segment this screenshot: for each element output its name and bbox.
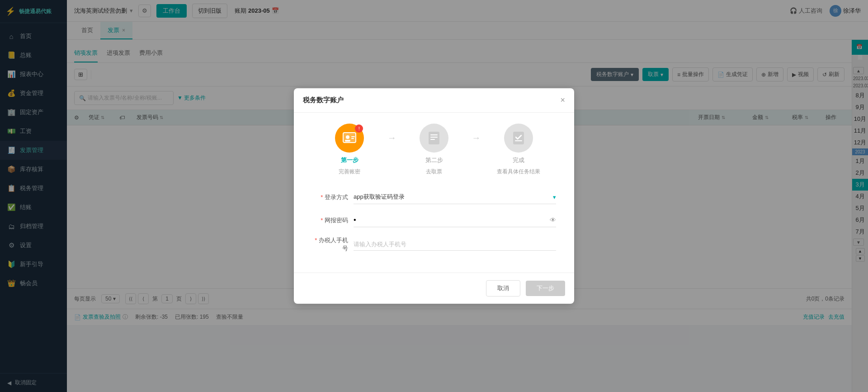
tax-digital-modal: 税务数字账户 × ! bbox=[294, 88, 574, 304]
password-input[interactable] bbox=[354, 213, 550, 227]
login-method-label: * 登录方式 bbox=[312, 193, 348, 201]
modal-header: 税务数字账户 × bbox=[294, 88, 574, 113]
svg-rect-11 bbox=[515, 140, 522, 141]
step-2-icon bbox=[420, 124, 448, 153]
cancel-button[interactable]: 取消 bbox=[486, 280, 520, 296]
step-3-icon bbox=[504, 124, 533, 153]
next-button[interactable]: 下一步 bbox=[526, 281, 565, 296]
steps: ! 第一步 完善账密 → bbox=[312, 124, 556, 176]
modal-overlay: 税务数字账户 × ! bbox=[0, 0, 868, 392]
svg-rect-9 bbox=[430, 139, 435, 140]
login-method-control: app获取验证码登录 ▾ bbox=[354, 190, 556, 204]
phone-input[interactable] bbox=[354, 238, 556, 251]
step-1-label: 第一步 bbox=[341, 156, 359, 164]
required-star: * bbox=[321, 194, 323, 201]
login-method-value: app获取验证码登录 bbox=[354, 193, 405, 201]
step-3-label: 完成 bbox=[513, 156, 524, 164]
form-row-login-method: * 登录方式 app获取验证码登录 ▾ bbox=[312, 190, 556, 204]
required-star-2: * bbox=[321, 217, 323, 224]
form-row-password: * 网报密码 👁 bbox=[312, 213, 556, 227]
svg-rect-5 bbox=[351, 138, 354, 139]
login-method-select[interactable]: app获取验证码登录 ▾ bbox=[354, 190, 556, 204]
modal-footer: 取消 下一步 bbox=[294, 272, 574, 304]
modal-close-button[interactable]: × bbox=[560, 96, 565, 105]
eye-toggle-icon[interactable]: 👁 bbox=[550, 216, 556, 224]
required-star-3: * bbox=[315, 237, 317, 244]
svg-rect-3 bbox=[345, 140, 350, 142]
svg-rect-6 bbox=[429, 132, 439, 144]
form-row-phone: * 办税人手机号 bbox=[312, 236, 556, 253]
svg-rect-4 bbox=[351, 136, 355, 137]
modal-title: 税务数字账户 bbox=[303, 96, 344, 105]
step-1-icon: ! bbox=[335, 124, 364, 153]
select-dropdown-icon: ▾ bbox=[553, 194, 556, 201]
password-input-wrapper: 👁 bbox=[354, 213, 556, 227]
step-1-error-badge: ! bbox=[355, 124, 363, 133]
password-label: * 网报密码 bbox=[312, 216, 348, 225]
step-1-desc: 完善账密 bbox=[339, 168, 360, 176]
arrow-1: → bbox=[387, 124, 396, 143]
phone-control bbox=[354, 238, 556, 251]
svg-rect-8 bbox=[430, 137, 438, 138]
step-1: ! 第一步 完善账密 bbox=[312, 124, 387, 176]
step-3: 完成 查看具体任务结果 bbox=[481, 124, 556, 176]
svg-rect-7 bbox=[430, 134, 438, 135]
phone-label: * 办税人手机号 bbox=[312, 236, 348, 253]
svg-point-2 bbox=[346, 135, 349, 139]
arrow-2: → bbox=[472, 124, 481, 143]
step-2-desc: 去取票 bbox=[426, 168, 442, 176]
step-3-desc: 查看具体任务结果 bbox=[497, 168, 540, 176]
step-2: 第二步 去取票 bbox=[396, 124, 472, 176]
password-control: 👁 bbox=[354, 213, 556, 227]
modal-body: ! 第一步 完善账密 → bbox=[294, 113, 574, 272]
step-2-label: 第二步 bbox=[425, 156, 443, 164]
